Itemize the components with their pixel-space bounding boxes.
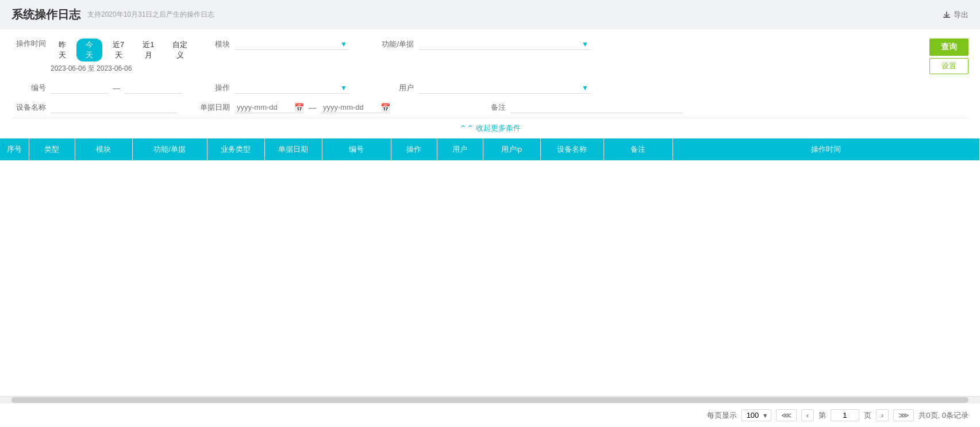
page-title: 系统操作日志	[11, 7, 80, 22]
num-filter-group: 编号 —	[11, 82, 195, 94]
num-start-input[interactable]	[51, 82, 108, 94]
module-filter-group: 模块 ▼	[195, 39, 379, 50]
col-header-userip: 用户ip	[483, 139, 540, 160]
time-filter-group: 操作时间 昨天 今天 近7天 近1月 自定义 2023-06-06 至 2023…	[11, 39, 195, 74]
device-label: 设备名称	[11, 102, 46, 113]
page-header: 系统操作日志 支持2020年10月31日之后产生的操作日志 导出	[0, 0, 980, 29]
device-filter-group: 设备名称	[11, 102, 195, 113]
first-page-button[interactable]: ⋘	[776, 409, 797, 421]
col-header-remark: 备注	[604, 139, 672, 160]
func-filter-group: 功能/单据 ▼	[379, 39, 888, 50]
calendar-end-icon[interactable]: 📅	[381, 103, 390, 112]
oper-label: 操作	[195, 83, 230, 93]
per-page-label: 每页显示	[707, 410, 737, 421]
module-label: 模块	[195, 39, 230, 49]
time-btn-today[interactable]: 今天	[76, 39, 102, 61]
scrollbar-thumb[interactable]	[11, 397, 969, 403]
col-header-module: 模块	[75, 139, 132, 160]
collapse-chevron-icon: ⌃⌃	[460, 124, 474, 133]
date-filter-group: 单据日期 📅 — 📅	[195, 102, 471, 113]
remark-label: 备注	[471, 102, 506, 113]
calendar-start-icon[interactable]: 📅	[294, 103, 304, 112]
num-end-input[interactable]	[125, 82, 182, 94]
page-size-wrap: 100 50 200 ▼	[741, 409, 771, 421]
last-page-button[interactable]: ⋙	[893, 409, 914, 421]
prev-page-button[interactable]: ‹	[801, 409, 814, 421]
time-label: 操作时间	[11, 39, 46, 49]
num-label: 编号	[11, 83, 46, 93]
date-start-wrap: 📅	[235, 102, 304, 113]
col-header-user: 用户	[437, 139, 483, 160]
col-header-device: 设备名称	[540, 139, 604, 160]
page-size-select[interactable]: 100 50 200	[742, 410, 771, 421]
page-label: 第	[818, 410, 826, 421]
user-filter-group: 用户 ▼	[379, 82, 969, 94]
filter-panel: 操作时间 昨天 今天 近7天 近1月 自定义 2023-06-06 至 2023…	[0, 29, 980, 139]
user-label: 用户	[379, 83, 414, 93]
remark-input[interactable]	[510, 102, 683, 113]
col-header-seq: 序号	[0, 139, 29, 160]
page-input[interactable]	[831, 409, 859, 421]
time-range: 2023-06-06 至 2023-06-06	[51, 64, 195, 74]
data-table: 序号 类型 模块 功能/单据 业务类型 单据日期 编号 操作 用户 用户ip 设…	[0, 139, 980, 160]
page-total: 共0页, 0条记录	[918, 410, 969, 421]
page-container: 系统操作日志 支持2020年10月31日之后产生的操作日志 导出 操作时间 昨天…	[0, 0, 980, 427]
col-header-num: 编号	[322, 139, 391, 160]
date-dash: —	[309, 103, 316, 112]
time-options: 昨天 今天 近7天 近1月 自定义 2023-06-06 至 2023-06-0…	[51, 39, 195, 74]
time-btn-custom[interactable]: 自定义	[164, 39, 195, 61]
col-header-type: 类型	[29, 139, 75, 160]
export-label: 导出	[954, 10, 969, 20]
device-input[interactable]	[51, 102, 177, 113]
oper-select-wrap: ▼	[235, 82, 349, 94]
remark-filter-group: 备注	[471, 102, 969, 113]
next-page-button[interactable]: ›	[876, 409, 889, 421]
col-header-oper: 操作	[391, 139, 437, 160]
col-header-func: 功能/单据	[132, 139, 207, 160]
module-select-wrap: ▼	[235, 39, 349, 50]
collapse-label: 收起更多条件	[476, 123, 521, 133]
func-select-wrap: ▼	[418, 39, 591, 50]
table-header: 序号 类型 模块 功能/单据 业务类型 单据日期 编号 操作 用户 用户ip 设…	[0, 139, 980, 160]
time-btn-yesterday[interactable]: 昨天	[51, 39, 74, 61]
action-buttons: 查询 设置	[900, 39, 969, 74]
scrollbar-area[interactable]	[0, 396, 980, 403]
date-label: 单据日期	[195, 102, 230, 113]
date-end-input[interactable]	[321, 102, 378, 113]
col-header-date: 单据日期	[264, 139, 322, 160]
export-icon	[942, 10, 951, 20]
table-wrap: 序号 类型 模块 功能/单据 业务类型 单据日期 编号 操作 用户 用户ip 设…	[0, 139, 980, 396]
collapse-bar[interactable]: ⌃⌃ 收起更多条件	[11, 118, 969, 138]
module-select[interactable]	[235, 39, 349, 49]
svg-rect-1	[946, 11, 947, 16]
func-select[interactable]	[418, 39, 591, 49]
date-end-wrap: 📅	[321, 102, 390, 113]
oper-select[interactable]	[235, 82, 349, 93]
num-dash: —	[113, 84, 120, 93]
time-btns: 昨天 今天 近7天 近1月 自定义	[51, 39, 195, 61]
page-subtitle: 支持2020年10月31日之后产生的操作日志	[87, 10, 214, 20]
date-start-input[interactable]	[235, 102, 292, 113]
export-button[interactable]: 导出	[942, 10, 969, 20]
time-btn-7days[interactable]: 近7天	[105, 39, 132, 61]
table-header-row: 序号 类型 模块 功能/单据 业务类型 单据日期 编号 操作 用户 用户ip 设…	[0, 139, 980, 160]
settings-button[interactable]: 设置	[929, 58, 969, 74]
user-select-wrap: ▼	[418, 82, 591, 94]
col-header-biztype: 业务类型	[207, 139, 264, 160]
user-select[interactable]	[418, 82, 591, 93]
col-header-optime: 操作时间	[672, 139, 980, 160]
query-button[interactable]: 查询	[929, 39, 969, 56]
oper-filter-group: 操作 ▼	[195, 82, 379, 94]
func-label: 功能/单据	[379, 39, 414, 49]
page-suffix: 页	[864, 410, 871, 421]
pagination: 每页显示 100 50 200 ▼ ⋘ ‹ 第 页 › ⋙ 共0页, 0条记录	[0, 403, 980, 427]
time-btn-1month[interactable]: 近1月	[134, 39, 162, 61]
